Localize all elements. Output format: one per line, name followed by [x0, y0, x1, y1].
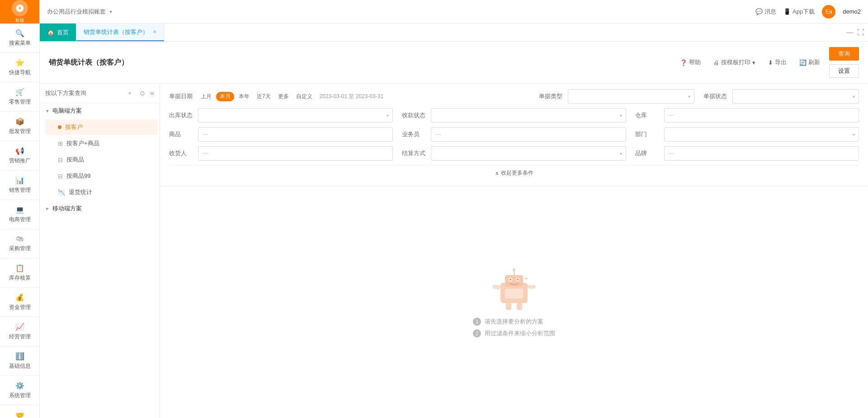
date-btn-this-year[interactable]: 本年 — [236, 92, 252, 101]
date-btn-this-month[interactable]: 本月 — [216, 92, 234, 101]
date-btn-7days[interactable]: 近7天 — [254, 92, 274, 101]
settlement-control[interactable]: ▾ — [431, 146, 626, 161]
tab-minimize-icon[interactable]: — — [846, 28, 854, 37]
brand-label: 品牌 — [635, 149, 660, 157]
template-print-label: 按模板打印 — [721, 58, 750, 66]
out-status-label: 出库状态 — [169, 111, 194, 119]
message-label: 消息 — [764, 8, 776, 16]
sidebar-item-quick-nav[interactable]: ⭐ 快捷导航 — [0, 53, 39, 82]
scheme-actions: ＋ ⊙ « — [125, 88, 154, 98]
payment-status-label: 收款状态 — [402, 111, 427, 119]
logo[interactable]: 标版 — [0, 0, 39, 24]
tab-sales-stats[interactable]: 销货单统计表（按客户） ✕ — [76, 24, 164, 41]
scheme-item-by-product-99[interactable]: ⊟ 按商品99 — [45, 168, 158, 184]
purchase-icon: 🛍 — [16, 235, 24, 243]
sidebar-item-sales[interactable]: 📊 销售管理 — [0, 171, 39, 200]
search-icon: 🔍 — [15, 29, 24, 38]
payment-status-control[interactable]: ▾ — [431, 108, 626, 123]
warehouse-label: 仓库 — [635, 111, 660, 119]
tab-home[interactable]: 🏠 首页 — [40, 24, 76, 41]
sidebar-item-finance[interactable]: 💰 资金管理 — [0, 288, 39, 317]
refresh-button[interactable]: 🔄 刷新 — [796, 57, 824, 68]
main-area: 办公用品行业模拟账套 ▾ 💬 消息 📱 App下载 Ea demo2 🏠 首页 … — [40, 0, 868, 418]
brand-dots: ··· — [668, 149, 674, 157]
template-print-icon: 🖨 — [713, 59, 719, 66]
help-label: 帮助 — [689, 58, 701, 66]
tab-close-icon[interactable]: ✕ — [153, 29, 156, 34]
sidebar-item-inventory[interactable]: 📋 库存核算 — [0, 258, 39, 288]
topbar-dropdown-icon[interactable]: ▾ — [109, 9, 112, 15]
empty-tip-1: 1 请先选择要分析的方案 — [473, 318, 555, 326]
scheme-item-by-customer-product[interactable]: ⊞ 按客户+商品 — [45, 136, 158, 151]
warehouse-control[interactable]: ··· — [664, 108, 859, 123]
tab-maximize-icon[interactable]: ⛶ — [857, 28, 864, 37]
user-avatar[interactable]: Ea — [822, 5, 835, 19]
inventory-icon: 📋 — [15, 264, 24, 272]
filter-consignee: 收货人 ··· — [169, 146, 393, 161]
scheme-settings-icon[interactable]: ⊙ — [137, 88, 147, 98]
sidebar-item-marketing[interactable]: 📢 营销推广 — [0, 141, 39, 171]
tip-num-2: 2 — [473, 329, 481, 337]
message-button[interactable]: 💬 消息 — [755, 8, 776, 16]
date-btn-more[interactable]: 更多 — [275, 92, 292, 101]
export-button[interactable]: ⬇ 导出 — [764, 57, 790, 68]
sidebar-item-system[interactable]: ⚙️ 系统管理 — [0, 376, 39, 405]
date-group: 上月 本月 本年 近7天 更多 自定义 2023-03-01 至 2023-03… — [198, 92, 383, 101]
sidebar-item-basic[interactable]: ℹ️ 基础信息 — [0, 347, 39, 376]
topbar-left: 办公用品行业模拟账套 ▾ — [47, 8, 112, 16]
retail-icon: 🛒 — [15, 88, 24, 96]
sidebar-item-purchase[interactable]: 🛍 采购管理 — [0, 229, 39, 258]
filter-row-3: 商品 ··· 业务员 ··· — [169, 127, 859, 142]
sidebar-item-wholesale[interactable]: 📦 批发管理 — [0, 112, 39, 141]
doc-status-control[interactable]: ▾ — [732, 89, 859, 104]
date-btn-custom[interactable]: 自定义 — [293, 92, 315, 101]
wholesale-icon: 📦 — [15, 117, 24, 126]
sidebar-item-label-inventory: 库存核算 — [9, 274, 31, 282]
template-print-button[interactable]: 🖨 按模板打印 ▾ — [710, 57, 759, 68]
doc-type-control[interactable]: ▾ — [568, 89, 694, 104]
scheme-header: 按以下方案查询 ＋ ⊙ « — [40, 84, 160, 103]
out-status-control[interactable]: ▾ — [198, 108, 393, 123]
empty-robot-icon: ✦ ✦ — [487, 267, 541, 312]
scheme-item-by-product-label: 按商品 — [66, 156, 84, 164]
product-control[interactable]: ··· — [198, 127, 393, 142]
scheme-item-by-product[interactable]: ⊟ 按商品 — [45, 152, 158, 167]
app-download-button[interactable]: 📱 App下载 — [783, 8, 815, 16]
tabs-actions: — ⛶ — [843, 24, 868, 41]
collapse-button[interactable]: ∧ 收起更多条件 — [169, 165, 859, 180]
doc-type-label: 单据类型 — [539, 92, 564, 100]
filter-settlement: 结算方式 ▾ — [402, 146, 626, 161]
scheme-collapse-icon[interactable]: « — [150, 89, 154, 97]
date-btn-last-month[interactable]: 上月 — [198, 92, 214, 101]
scheme-item-by-customer-product-label: 按客户+商品 — [66, 139, 99, 147]
help-button[interactable]: ❓ 帮助 — [676, 57, 704, 68]
settings-button[interactable]: 设置 — [829, 64, 859, 78]
scheme-item-by-customer-label: 按客户 — [65, 123, 83, 131]
sidebar-item-search[interactable]: 🔍 搜索菜单 — [0, 24, 39, 53]
svg-point-7 — [513, 268, 515, 271]
home-icon: 🏠 — [47, 29, 54, 36]
product-dots: ··· — [202, 130, 208, 138]
scheme-add-icon[interactable]: ＋ — [125, 88, 135, 98]
sidebar-item-operation[interactable]: 📈 经营管理 — [0, 317, 39, 347]
sidebar-item-retail[interactable]: 🛒 零售管理 — [0, 82, 39, 112]
sidebar-item-ecommerce[interactable]: 💻 电商管理 — [0, 200, 39, 229]
scheme-group-mobile-title[interactable]: ▼ 移动端方案 — [40, 201, 160, 216]
filter-department: 部门 ▾ — [635, 127, 859, 142]
date-range-text: 2023-03-01 至 2023-03-31 — [320, 93, 383, 100]
app-download-icon: 📱 — [783, 8, 791, 15]
sidebar-item-label-basic: 基础信息 — [9, 362, 31, 370]
scheme-group-arrow-mobile: ▼ — [45, 206, 50, 211]
consignee-control[interactable]: ··· — [198, 146, 393, 161]
scheme-group-pc-title[interactable]: ▼ 电脑端方案 — [40, 103, 160, 119]
department-control[interactable]: ▾ — [664, 127, 859, 142]
scheme-item-return-stats[interactable]: 📉 退货统计 — [45, 185, 158, 200]
brand-control[interactable]: ··· — [664, 146, 859, 161]
query-button[interactable]: 查询 — [829, 47, 859, 61]
enterprise-icon: 🤝 — [15, 411, 24, 418]
sidebar-item-enterprise[interactable]: 🤝 企业协同 — [0, 405, 39, 418]
salesperson-control[interactable]: ··· — [431, 127, 626, 142]
scheme-item-by-customer[interactable]: 按客户 — [45, 119, 158, 135]
scheme-item-return-stats-label: 退货统计 — [69, 188, 92, 196]
svg-rect-11 — [517, 303, 522, 310]
